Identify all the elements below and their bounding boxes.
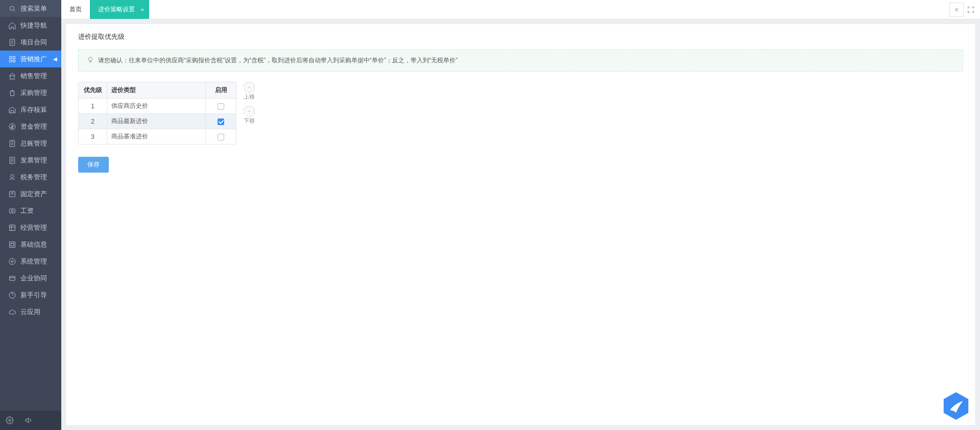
gear-icon <box>6 416 14 424</box>
speaker-icon <box>25 416 33 424</box>
sidebar-item-label: 采购管理 <box>20 88 47 98</box>
sidebar-item-label: 系统管理 <box>20 257 47 266</box>
enable-checkbox[interactable] <box>218 103 224 110</box>
main: 首页 进价策略设置 × 进价提取优先级 <box>61 0 980 430</box>
sidebar-item-label: 发票管理 <box>20 156 47 165</box>
system-icon <box>8 257 16 266</box>
tab-close-icon[interactable]: × <box>141 7 144 13</box>
page-title: 进价提取优先级 <box>78 32 963 41</box>
sidebar-item-14[interactable]: 基础信息 <box>0 236 61 253</box>
sidebar-item-8[interactable]: 总账管理 <box>0 135 61 152</box>
svg-rect-18 <box>10 276 15 280</box>
home2-icon <box>8 72 16 80</box>
svg-point-17 <box>9 258 15 265</box>
sidebar-item-4[interactable]: 销售管理 <box>0 67 61 84</box>
svg-rect-8 <box>10 140 14 147</box>
settings-button[interactable] <box>0 411 19 430</box>
chevron-left-icon: ◀ <box>53 56 57 62</box>
table-area: 优先级 进价类型 启用 1供应商历史价2商品最新进价3商品基准进价 <box>78 82 963 145</box>
fullscreen-icon <box>967 6 974 13</box>
cell-type: 供应商历史价 <box>107 99 206 114</box>
content: 进价提取优先级 请您确认：往来单位中的供应商“采购报价含税”设置，为“含税”，取… <box>61 19 980 430</box>
sidebar-item-label: 基础信息 <box>20 240 47 249</box>
sidebar-item-10[interactable]: 税务管理 <box>0 169 61 185</box>
cell-priority: 1 <box>79 99 107 114</box>
svg-point-10 <box>11 174 14 178</box>
sidebar-item-17[interactable]: 新手引导 <box>0 286 61 303</box>
save-button[interactable]: 保存 <box>78 157 109 173</box>
table-row[interactable]: 2商品最新进价 <box>79 114 236 129</box>
sidebar-item-16[interactable]: 企业协同 <box>0 270 61 286</box>
sidebar-item-9[interactable]: 发票管理 <box>0 152 61 169</box>
svg-marker-21 <box>26 418 29 422</box>
col-type: 进价类型 <box>107 82 206 99</box>
sidebar-item-12[interactable]: 工资 <box>0 202 61 219</box>
svg-rect-14 <box>10 225 15 230</box>
move-down-button[interactable] <box>244 106 255 117</box>
sound-button[interactable] <box>19 411 39 430</box>
move-up-label: 上移 <box>244 93 255 101</box>
tab-active-label: 进价策略设置 <box>98 5 135 14</box>
svg-rect-6 <box>10 76 14 79</box>
svg-point-20 <box>9 419 11 421</box>
sidebar-item-label: 固定资产 <box>20 189 47 199</box>
sidebar-item-13[interactable]: 经营管理 <box>0 219 61 236</box>
sidebar-item-label: 资金管理 <box>20 122 47 131</box>
bird-hex-icon <box>941 391 971 421</box>
svg-rect-12 <box>10 209 15 213</box>
sidebar-item-label: 销售管理 <box>20 71 47 81</box>
sidebar-item-label: 总账管理 <box>20 139 47 148</box>
svg-point-13 <box>11 210 13 212</box>
warehouse-icon <box>8 106 16 114</box>
tabbar-controls <box>949 0 978 19</box>
tabbar-close-button[interactable] <box>949 3 964 17</box>
cell-enable <box>206 129 236 145</box>
sidebar-item-1[interactable]: 快捷导航 <box>0 17 61 34</box>
move-up-button[interactable] <box>244 82 255 93</box>
tab-active[interactable]: 进价策略设置 × <box>90 0 149 19</box>
tab-home-label: 首页 <box>69 5 82 14</box>
cell-enable <box>206 99 236 114</box>
table-row[interactable]: 1供应商历史价 <box>79 99 236 114</box>
sidebar-item-7[interactable]: 资金管理 <box>0 118 61 135</box>
svg-point-16 <box>11 260 13 262</box>
sidebar-item-11[interactable]: 固定资产 <box>0 185 61 202</box>
sidebar-menu: 搜索菜单快捷导航项目合同营销推广◀销售管理采购管理库存核算资金管理总账管理发票管… <box>0 0 61 411</box>
enable-checkbox[interactable] <box>218 134 224 140</box>
svg-rect-2 <box>10 56 12 58</box>
grid-icon <box>8 55 16 63</box>
cell-type: 商品基准进价 <box>107 129 206 145</box>
enable-checkbox[interactable] <box>218 118 224 125</box>
sidebar-item-2[interactable]: 项目合同 <box>0 34 61 51</box>
sidebar-item-label: 库存核算 <box>20 105 47 114</box>
ledger-icon <box>8 139 16 148</box>
sidebar-item-6[interactable]: 库存核算 <box>0 101 61 118</box>
tab-home[interactable]: 首页 <box>61 0 90 19</box>
base-icon <box>8 241 16 249</box>
sidebar-item-label: 云应用 <box>20 307 40 317</box>
chevron-down-icon <box>247 109 252 114</box>
sidebar-item-3[interactable]: 营销推广◀ <box>0 51 61 67</box>
sidebar: 搜索菜单快捷导航项目合同营销推广◀销售管理采购管理库存核算资金管理总账管理发票管… <box>0 0 61 430</box>
floating-logo[interactable] <box>941 391 971 421</box>
cell-enable <box>206 114 236 129</box>
svg-point-0 <box>10 6 14 10</box>
biz-icon <box>8 224 16 232</box>
sidebar-item-0[interactable]: 搜索菜单 <box>0 0 61 17</box>
table-row[interactable]: 3商品基准进价 <box>79 129 236 145</box>
alert-text: 请您确认：往来单位中的供应商“采购报价含税”设置，为“含税”，取到进价后将自动带… <box>98 56 458 65</box>
sidebar-item-15[interactable]: 系统管理 <box>0 253 61 270</box>
svg-rect-5 <box>13 60 15 62</box>
panel: 进价提取优先级 请您确认：往来单位中的供应商“采购报价含税”设置，为“含税”，取… <box>65 23 976 426</box>
move-down-label: 下移 <box>244 117 255 125</box>
sidebar-item-18[interactable]: 云应用 <box>0 303 61 320</box>
contract-icon <box>8 38 16 46</box>
sidebar-item-label: 快捷导航 <box>20 21 47 30</box>
sidebar-item-label: 税务管理 <box>20 173 47 182</box>
sidebar-item-label: 营销推广 <box>20 55 47 64</box>
sidebar-footer <box>0 411 61 430</box>
cell-priority: 2 <box>79 114 107 129</box>
tabbar-fullscreen-button[interactable] <box>964 3 978 17</box>
sidebar-item-5[interactable]: 采购管理 <box>0 84 61 101</box>
home-icon <box>8 21 16 30</box>
